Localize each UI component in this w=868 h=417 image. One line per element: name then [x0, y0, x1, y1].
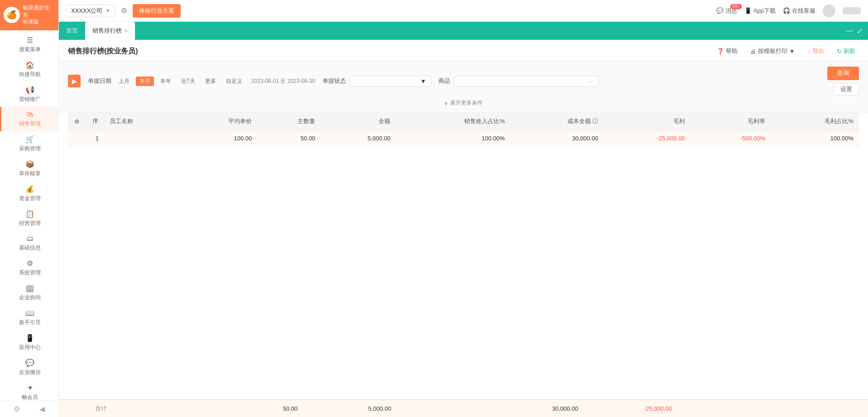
cell-qty: 50.00	[257, 130, 321, 147]
username-display	[843, 7, 861, 14]
col-sales-pct: 销售收入占比%	[396, 113, 510, 130]
footer-label: 合计	[68, 404, 107, 412]
footer-cost: 30,000.00	[485, 405, 579, 412]
table-header-row: ⚙ 序 员工名称 平均单价 主数量 全额 销售收入占比% 成本全额 ⓘ 毛利 毛…	[68, 113, 859, 130]
query-button[interactable]: 查询	[827, 67, 859, 80]
filter-toggle-icon: ▶	[72, 77, 77, 85]
goods-label: 商品	[438, 77, 450, 85]
goods-select[interactable]: ···	[454, 76, 599, 87]
date-tabs: 上月 本月 本年 近7天 更多 自定义	[115, 77, 246, 86]
print-btn[interactable]: 🖨 按模板打印 ▼	[747, 45, 799, 57]
trial-button[interactable]: 体验行业方案	[133, 4, 181, 18]
enterprise-icon: 🏢	[25, 284, 34, 292]
sidebar-item-enterprise[interactable]: 🏢 企业协同	[0, 280, 58, 305]
table-footer: 合计 50.00 5,000.00 30,000.00 -25,000.00	[59, 399, 868, 417]
cell-settings	[68, 130, 86, 147]
sidebar-item-inventory[interactable]: 📦 库存核算	[0, 156, 58, 181]
help-icon: ❓	[717, 48, 724, 55]
operations-icon: 📋	[25, 210, 34, 218]
online-service-btn[interactable]: 🎧 在线客服	[783, 7, 815, 15]
sidebar-item-appcenter[interactable]: 📱 应用中心	[0, 330, 58, 355]
sidebar-item-purchase[interactable]: 🛒 采购管理	[0, 131, 58, 156]
col-gross-rate: 毛利率	[691, 113, 771, 130]
message-icon: 💬	[716, 7, 724, 14]
topbar-settings-icon[interactable]: ⚙	[121, 6, 127, 15]
export-btn[interactable]: ↓ 导出	[804, 45, 828, 57]
expand-conditions[interactable]: ∨ 展开更多条件	[68, 99, 859, 107]
appcenter-icon: 📱	[25, 334, 34, 342]
cell-gross: -25,000.00	[604, 130, 691, 147]
footer-qty: 50.00	[204, 405, 298, 412]
service-icon: 🎧	[783, 7, 790, 14]
sales-ranking-table: ⚙ 序 员工名称 平均单价 主数量 全额 销售收入占比% 成本全额 ⓘ 毛利 毛…	[68, 113, 859, 147]
sidebar-item-operations[interactable]: 📋 经营管理	[0, 206, 58, 231]
settings-button[interactable]: 设置	[834, 83, 859, 96]
cell-gross-rate: -500.00%	[691, 130, 771, 147]
col-qty: 主数量	[257, 113, 321, 130]
filter-row: ▶ 单据日期 上月 本月 本年 近7天 更多 自定义 2023-06-01 至 …	[68, 67, 859, 96]
tab-sales-ranking[interactable]: 销售排行榜 ×	[85, 22, 135, 40]
filter-bar: ▶ 单据日期 上月 本月 本年 近7天 更多 自定义 2023-06-01 至 …	[59, 61, 868, 113]
sidebar-logo: 🍊 畅康通好生意 标准版	[0, 0, 58, 30]
finance-icon: 💰	[25, 185, 34, 193]
company-selector[interactable]: XXXXX公司 ▼	[66, 5, 115, 17]
sales-icon: 🛍	[26, 110, 34, 119]
date-filter: 单据日期 上月 本月 本年 近7天 更多 自定义 2023-06-01 至 20…	[88, 77, 315, 86]
cell-total: 5,000.00	[321, 130, 396, 147]
avatar[interactable]	[823, 5, 835, 17]
wechat-icon: 💬	[25, 359, 34, 367]
tab-actions: — ⤢	[846, 27, 868, 35]
export-icon: ↓	[808, 48, 811, 55]
sidebar-settings-btn[interactable]: ⚙	[14, 405, 20, 413]
message-badge: 99+	[730, 4, 742, 9]
inventory-icon: 📦	[25, 160, 34, 168]
sidebar-item-system[interactable]: ⚙ 系统管理	[0, 255, 58, 280]
app-download-btn[interactable]: 📱 App下载	[744, 7, 776, 15]
cell-avg-price: 100.00	[181, 130, 257, 147]
sidebar-item-sales[interactable]: 🛍 销售管理	[0, 107, 58, 131]
quick-nav-icon: 🏠	[25, 61, 34, 69]
expand-chevron-icon: ∨	[444, 100, 448, 106]
sidebar-item-quick-nav[interactable]: 🏠 快捷导航	[0, 57, 58, 82]
sidebar-item-wechat[interactable]: 💬 企业微信	[0, 355, 58, 380]
page-title: 销售排行榜(按业务员)	[68, 47, 138, 56]
filter-toggle-btn[interactable]: ▶	[68, 75, 81, 87]
system-icon: ⚙	[27, 259, 33, 268]
app-download-icon: 📱	[744, 7, 752, 14]
sidebar-item-basics[interactable]: 🗂 基础信息	[0, 231, 58, 255]
sidebar-item-guide[interactable]: 📖 新手引导	[0, 305, 58, 330]
cell-gross-pct: 100.00%	[771, 130, 859, 147]
sidebar-item-search-order[interactable]: ☰ 搜索菜单	[0, 32, 58, 57]
col-gross: 毛利	[604, 113, 691, 130]
tab-maximize-icon[interactable]: ⤢	[857, 27, 863, 35]
col-settings[interactable]: ⚙	[68, 113, 86, 130]
goods-more-icon: ···	[589, 78, 594, 85]
tab-close-icon[interactable]: ×	[125, 28, 128, 34]
chevron-down-icon: ▼	[105, 8, 110, 14]
date-tab-more[interactable]: 更多	[201, 77, 220, 86]
date-tab-this-month[interactable]: 本月	[136, 77, 154, 86]
help-btn[interactable]: ❓ 帮助	[713, 45, 741, 57]
date-tab-this-year[interactable]: 本年	[157, 77, 175, 86]
topbar: XXXXX公司 ▼ ⚙ 体验行业方案 💬 消息 99+ 📱 App下载 🎧 在线…	[59, 0, 868, 22]
status-select[interactable]: ▼	[350, 76, 431, 87]
sidebar-collapse-btn[interactable]: ◀	[39, 405, 45, 413]
date-tab-custom[interactable]: 自定义	[222, 77, 246, 86]
sidebar-item-marketing[interactable]: 📢 营销推广	[0, 82, 58, 107]
table-row: 1 100.00 50.00 5,000.00 100.00% 30,000.0…	[68, 130, 859, 147]
col-cost: 成本全额 ⓘ	[510, 113, 604, 130]
tab-home[interactable]: 首页	[59, 22, 85, 40]
col-employee-name: 员工名称	[104, 113, 181, 130]
goods-filter: 商品 ···	[438, 76, 599, 87]
refresh-btn[interactable]: ↻ 刷新	[833, 45, 859, 57]
sidebar-nav: ☰ 搜索菜单 🏠 快捷导航 📢 营销推广 🛍 销售管理 🛒 采购管理 📦 库存核…	[0, 30, 58, 401]
tabbar: 首页 销售排行榜 × — ⤢	[59, 22, 868, 40]
date-tab-last-month[interactable]: 上月	[115, 77, 133, 86]
col-gross-pct: 毛利占比%	[771, 113, 859, 130]
message-btn[interactable]: 💬 消息 99+	[716, 7, 737, 15]
sidebar-item-finance[interactable]: 💰 资金管理	[0, 181, 58, 206]
date-tab-7days[interactable]: 近7天	[177, 77, 199, 86]
tab-minimize-icon[interactable]: —	[846, 27, 853, 35]
sidebar-item-member[interactable]: ✦ 畅会员	[0, 380, 58, 401]
cell-rank: 1	[86, 130, 104, 147]
